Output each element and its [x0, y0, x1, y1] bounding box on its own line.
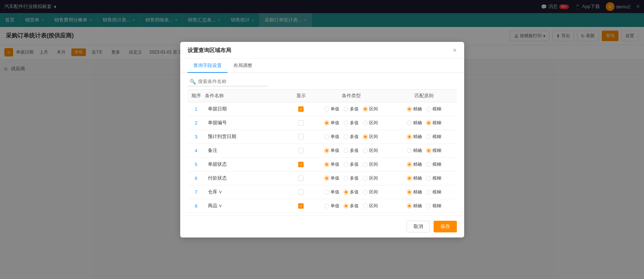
- cell-order: 5: [187, 160, 205, 169]
- type-radio-multi[interactable]: [344, 121, 348, 125]
- rule-radio-exact[interactable]: [407, 148, 412, 153]
- table-row: 7仓库 ∨单值多值区间精确模糊: [187, 185, 457, 199]
- rule-radio-fuzzy[interactable]: [426, 162, 431, 167]
- cell-order: 2: [187, 118, 205, 128]
- table-header: 顺序 条件名称 显示 条件类型 匹配原则: [187, 89, 457, 102]
- cell-display[interactable]: [291, 173, 311, 183]
- rule-radio-fuzzy[interactable]: [426, 134, 431, 139]
- type-radio-single[interactable]: [324, 176, 329, 181]
- cell-rule: 精确模糊: [391, 159, 457, 170]
- rule-radio-exact[interactable]: [407, 190, 412, 194]
- rule-radio-fuzzy[interactable]: [426, 204, 431, 208]
- th-display: 显示: [291, 90, 311, 102]
- cell-name: 仓库 ∨: [205, 186, 291, 197]
- cell-display[interactable]: [291, 146, 311, 156]
- th-type: 条件类型: [311, 90, 391, 102]
- cell-name: 备注: [205, 145, 291, 156]
- type-radio-range[interactable]: [363, 121, 368, 125]
- tab-layout-adjust[interactable]: 布局调整: [228, 59, 258, 73]
- cell-order: 7: [187, 187, 205, 197]
- modal-overlay: 设置查询区域布局 × 查询字段设置 布局调整 🔍 顺序 条件名称 显示: [0, 0, 644, 279]
- tab-query-fields[interactable]: 查询字段设置: [187, 59, 228, 73]
- type-radio-single[interactable]: [324, 134, 329, 139]
- rule-radio-exact[interactable]: [407, 134, 412, 139]
- rule-radio-exact[interactable]: [407, 176, 412, 181]
- rule-radio-fuzzy[interactable]: [426, 148, 431, 153]
- cell-type: 单值多值区间: [311, 173, 391, 184]
- table-row: 1单据日期单值多值区间精确模糊: [187, 102, 457, 116]
- search-input[interactable]: [198, 79, 264, 84]
- cell-display[interactable]: [291, 201, 311, 211]
- dialog-title: 设置查询区域布局: [187, 47, 231, 54]
- display-checkbox[interactable]: [298, 120, 304, 126]
- table-body: 1单据日期单值多值区间精确模糊2单据编号单值多值区间精确模糊3预计到货日期单值多…: [187, 102, 457, 215]
- type-radio-multi[interactable]: [344, 190, 348, 194]
- type-radio-range[interactable]: [363, 134, 368, 139]
- cancel-button[interactable]: 取消: [407, 221, 430, 232]
- cell-display[interactable]: [291, 132, 311, 142]
- cell-order: 1: [187, 104, 205, 114]
- type-radio-range[interactable]: [363, 162, 368, 167]
- dialog-footer: 取消 保存: [180, 215, 464, 237]
- type-radio-range[interactable]: [363, 190, 368, 194]
- type-radio-single[interactable]: [324, 121, 329, 125]
- save-button[interactable]: 保存: [434, 221, 457, 232]
- type-radio-range[interactable]: [363, 148, 368, 153]
- cell-type: 单值多值区间: [311, 118, 391, 128]
- type-radio-multi[interactable]: [344, 204, 348, 208]
- dialog-close-button[interactable]: ×: [453, 47, 457, 54]
- search-box: 🔍: [187, 77, 268, 86]
- rule-radio-exact[interactable]: [407, 121, 412, 125]
- cell-order: 6: [187, 173, 205, 183]
- cell-name: 预计到货日期: [205, 131, 291, 142]
- display-checkbox[interactable]: [298, 203, 304, 209]
- rule-radio-exact[interactable]: [407, 107, 412, 111]
- cell-type: 单值多值区间: [311, 145, 391, 156]
- rule-radio-exact[interactable]: [407, 162, 412, 167]
- type-radio-single[interactable]: [324, 148, 329, 153]
- display-checkbox[interactable]: [298, 134, 304, 140]
- type-radio-multi[interactable]: [344, 176, 348, 181]
- type-radio-range[interactable]: [363, 107, 368, 111]
- type-radio-single[interactable]: [324, 204, 329, 208]
- cell-type: 单值多值区间: [311, 201, 391, 211]
- type-radio-multi[interactable]: [344, 162, 348, 167]
- cell-name: 单据编号: [205, 117, 291, 128]
- cell-order: 4: [187, 146, 205, 156]
- type-radio-range[interactable]: [363, 176, 368, 181]
- display-checkbox[interactable]: [298, 176, 304, 181]
- cell-type: 单值多值区间: [311, 159, 391, 170]
- search-icon: 🔍: [190, 79, 196, 85]
- dialog-tabs: 查询字段设置 布局调整: [180, 59, 464, 73]
- display-checkbox[interactable]: [298, 106, 304, 112]
- rule-radio-fuzzy[interactable]: [426, 107, 431, 111]
- display-checkbox[interactable]: [298, 162, 304, 167]
- type-radio-multi[interactable]: [344, 148, 348, 153]
- type-radio-range[interactable]: [363, 204, 368, 208]
- cell-order: 8: [187, 201, 205, 211]
- type-radio-single[interactable]: [324, 162, 329, 167]
- display-checkbox[interactable]: [298, 189, 304, 195]
- cell-display[interactable]: [291, 160, 311, 169]
- cell-display[interactable]: [291, 187, 311, 197]
- type-radio-single[interactable]: [324, 190, 329, 194]
- cell-rule: 精确模糊: [391, 201, 457, 211]
- rule-radio-exact[interactable]: [407, 204, 412, 208]
- display-checkbox[interactable]: [298, 148, 304, 153]
- cell-name: 付款状态: [205, 173, 291, 184]
- table-row: 2单据编号单值多值区间精确模糊: [187, 116, 457, 130]
- th-rule: 匹配原则: [391, 90, 457, 102]
- rule-radio-fuzzy[interactable]: [426, 176, 431, 181]
- cell-name: 单据状态: [205, 159, 291, 170]
- cell-display[interactable]: [291, 104, 311, 114]
- cell-display[interactable]: [291, 118, 311, 128]
- cell-type: 单值多值区间: [311, 187, 391, 197]
- type-radio-multi[interactable]: [344, 107, 348, 111]
- table-row: 8商品 ∨单值多值区间精确模糊: [187, 199, 457, 213]
- dialog-table: 顺序 条件名称 显示 条件类型 匹配原则 1单据日期单值多值区间精确模糊2单据编…: [180, 89, 464, 215]
- type-radio-multi[interactable]: [344, 134, 348, 139]
- type-radio-single[interactable]: [324, 107, 329, 111]
- rule-radio-fuzzy[interactable]: [426, 121, 431, 125]
- cell-rule: 精确模糊: [391, 173, 457, 184]
- rule-radio-fuzzy[interactable]: [426, 190, 431, 194]
